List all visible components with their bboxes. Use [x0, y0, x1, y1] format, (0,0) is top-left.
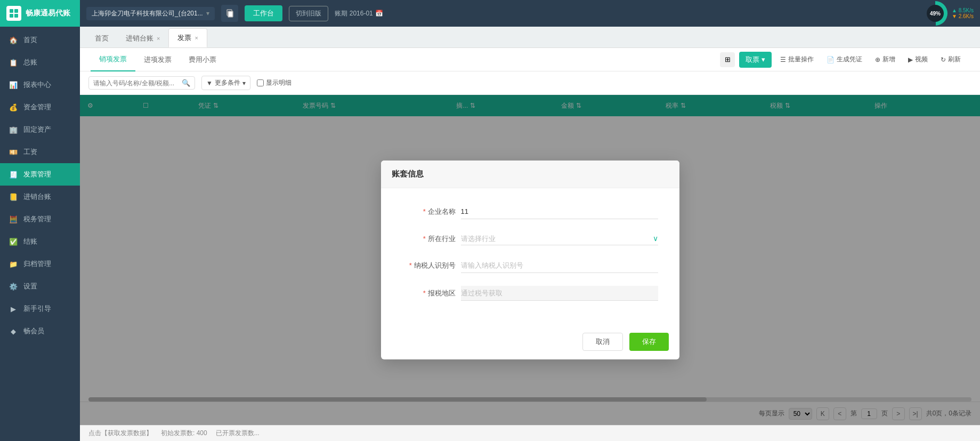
tab-home[interactable]: 首页 — [86, 29, 117, 47]
svg-rect-1 — [14, 9, 18, 13]
company-name: 上海卯金刀电子科技有限公司_(台201... — [92, 9, 203, 18]
get-ticket-button[interactable]: 取票 ▾ — [739, 52, 772, 68]
grid-view-icon[interactable]: ⊞ — [720, 52, 735, 67]
sidebar-nav: 🏠 首页 📋 总账 📊 报表中心 💰 资金管理 🏢 固定资产 💴 工资 — [0, 27, 80, 441]
refresh-button[interactable]: ↻ 刷新 — [936, 53, 965, 66]
form-row-taxregion: * 报税地区 — [402, 286, 658, 301]
batch-icon: ☰ — [780, 56, 786, 63]
modal-overlay: 账套信息 * 企业名称 — [80, 95, 980, 425]
tab-invoice-close-icon[interactable]: × — [195, 35, 198, 41]
search-input-wrap[interactable]: 🔍 — [88, 76, 195, 90]
invoice-icon: 🧾 — [9, 170, 18, 179]
form-row-company: * 企业名称 — [402, 204, 658, 219]
fund-icon: 💰 — [9, 102, 18, 112]
member-icon: ◆ — [9, 326, 18, 336]
search-input[interactable] — [93, 79, 179, 87]
home-icon: 🏠 — [9, 35, 18, 45]
main-content: 上海卯金刀电子科技有限公司_(台201... ▾ 工作台 切到旧版 账期 201… — [80, 0, 980, 441]
modal-title: 账套信息 — [392, 169, 424, 178]
sidebar-item-invoice[interactable]: 🧾 发票管理 — [0, 163, 80, 186]
gen-voucher-button[interactable]: 📄 生成凭证 — [822, 53, 866, 66]
company-name-input[interactable] — [461, 204, 658, 219]
sidebar-item-archive[interactable]: 📁 归档管理 — [0, 253, 80, 275]
sidebar-item-fund[interactable]: 💰 资金管理 — [0, 96, 80, 118]
sidebar-item-guide-label: 新手引导 — [23, 304, 51, 314]
sub-tab-outgoing[interactable]: 销项发票 — [91, 48, 135, 71]
sub-tab-expense[interactable]: 费用小票 — [180, 49, 225, 71]
top-header: 上海卯金刀电子科技有限公司_(台201... ▾ 工作台 切到旧版 账期 201… — [80, 0, 980, 27]
content-area: 销项发票 进项发票 费用小票 ⊞ 取票 ▾ ☰ — [80, 48, 980, 441]
svg-rect-0 — [10, 9, 13, 13]
bottom-bar: 点击【获取发票数据】 初始发票数: 400 已开票发票数... — [80, 425, 980, 441]
sidebar: 畅康通易代账 🏠 首页 📋 总账 📊 报表中心 💰 资金管理 🏢 固定资产 — [0, 0, 80, 441]
chevron-down-icon: ▾ — [206, 10, 209, 17]
tab-sales-ledger[interactable]: 进销台账 × — [117, 29, 168, 47]
guide-icon: ▶ — [9, 304, 18, 314]
sidebar-item-settings-label: 设置 — [23, 282, 37, 291]
search-icon[interactable]: 🔍 — [182, 79, 190, 87]
industry-chevron-icon: ∨ — [653, 234, 658, 243]
switch-old-button[interactable]: 切到旧版 — [289, 6, 328, 21]
sidebar-item-salary[interactable]: 💴 工资 — [0, 141, 80, 163]
tab-invoice[interactable]: 发票 × — [168, 28, 207, 47]
company-selector[interactable]: 上海卯金刀电子科技有限公司_(台201... ▾ — [86, 7, 215, 20]
taxid-label: * 纳税人识别号 — [402, 261, 461, 270]
industry-label: * 所在行业 — [402, 234, 461, 244]
add-icon: ⊕ — [875, 56, 880, 63]
modal-header: 账套信息 — [381, 161, 679, 188]
show-detail-checkbox[interactable]: 显示明细 — [257, 78, 291, 87]
sidebar-item-fund-label: 资金管理 — [23, 102, 51, 112]
sub-tabs: 销项发票 进项发票 费用小票 ⊞ 取票 ▾ ☰ — [80, 48, 980, 71]
bottom-item-1: 点击【获取发票数据】 — [88, 429, 152, 438]
tab-sales-close-icon[interactable]: × — [157, 35, 160, 42]
progress-circle: 49% — [923, 1, 947, 26]
ticket-dropdown-icon: ▾ — [762, 55, 765, 63]
industry-select-wrap[interactable]: 请选择行业 ∨ — [461, 232, 658, 245]
show-detail-check-input[interactable] — [257, 79, 264, 86]
sidebar-item-settle[interactable]: ✅ 结账 — [0, 230, 80, 253]
taxid-input[interactable] — [461, 258, 658, 273]
save-button[interactable]: 保存 — [629, 333, 669, 351]
network-down-speed: ▼ 2.6K/s — [952, 13, 974, 19]
sidebar-item-ledger[interactable]: 📋 总账 — [0, 51, 80, 74]
taxregion-label: * 报税地区 — [402, 288, 461, 298]
modal-body: * 企业名称 * 所在行业 — [381, 188, 679, 324]
more-filter-button[interactable]: ▼ 更多条件 ▾ — [201, 76, 250, 90]
sidebar-item-member[interactable]: ◆ 畅会员 — [0, 320, 80, 342]
sidebar-item-invoice-label: 发票管理 — [23, 170, 51, 179]
filter-icon: ▼ — [206, 79, 213, 87]
sidebar-item-settings[interactable]: ⚙️ 设置 — [0, 275, 80, 298]
sidebar-item-assets-label: 固定资产 — [23, 125, 51, 134]
sidebar-item-report-label: 报表中心 — [23, 80, 51, 90]
sidebar-item-guide[interactable]: ▶ 新手引导 — [0, 298, 80, 320]
industry-select[interactable]: 请选择行业 — [461, 235, 653, 243]
video-button[interactable]: ▶ 视频 — [904, 53, 932, 66]
sidebar-item-home[interactable]: 🏠 首页 — [0, 29, 80, 51]
sidebar-item-assets[interactable]: 🏢 固定资产 — [0, 118, 80, 141]
cancel-button[interactable]: 取消 — [582, 333, 623, 351]
sidebar-item-report[interactable]: 📊 报表中心 — [0, 74, 80, 96]
calendar-icon[interactable]: 📅 — [375, 10, 383, 17]
workbench-button[interactable]: 工作台 — [245, 5, 282, 21]
network-stats: ▲ 8.5K/s ▼ 2.6K/s — [952, 7, 974, 19]
sub-tab-incoming[interactable]: 进项发票 — [135, 49, 180, 71]
progress-value: 49% — [927, 5, 944, 22]
tab-bar: 首页 进销台账 × 发票 × — [80, 27, 980, 48]
sales-icon: 📒 — [9, 192, 18, 202]
bottom-item-2: 初始发票数: 400 — [161, 429, 207, 438]
network-up-speed: ▲ 8.5K/s — [952, 7, 974, 13]
sidebar-item-sales[interactable]: 📒 进销台账 — [0, 186, 80, 208]
batch-op-button[interactable]: ☰ 批量操作 — [776, 53, 818, 66]
form-row-taxid: * 纳税人识别号 — [402, 258, 658, 273]
app-logo: 畅康通易代账 — [0, 0, 80, 27]
svg-rect-2 — [10, 14, 13, 18]
tab-home-label: 首页 — [95, 34, 109, 43]
add-new-button[interactable]: ⊕ 新增 — [871, 53, 900, 66]
sidebar-item-tax[interactable]: 🧮 税务管理 — [0, 208, 80, 230]
refresh-icon: ↻ — [941, 56, 946, 63]
svg-rect-5 — [228, 11, 233, 17]
filter-chevron-icon: ▾ — [242, 79, 246, 87]
ledger-icon: 📋 — [9, 58, 18, 67]
company-name-label: * 企业名称 — [402, 207, 461, 217]
copy-icon-btn[interactable] — [221, 5, 238, 22]
